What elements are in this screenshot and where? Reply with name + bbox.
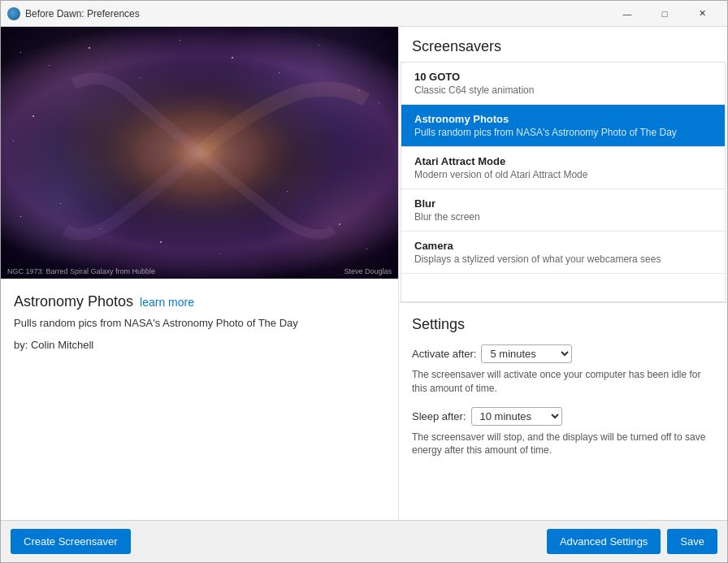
screensaver-author: by: Colin Mitchell [14,339,385,351]
screensavers-title: Screensavers [399,27,727,62]
screensaver-list-wrapper[interactable]: 10 GOTOClassic C64 style animationAstron… [401,62,726,302]
activate-hint: The screensaver will activate once your … [412,368,714,396]
maximize-button[interactable]: □ [646,2,683,26]
stars-layer [1,27,398,279]
sleep-row: Sleep after: 5 minutes10 minutes15 minut… [412,407,714,426]
sleep-label: Sleep after: [412,410,466,422]
footer: Create Screensaver Advanced Settings Sav… [1,520,727,562]
save-button[interactable]: Save [667,529,717,554]
footer-left: Create Screensaver [11,529,131,554]
app-icon [7,7,20,20]
activate-row: Activate after: 1 minute2 minutes5 minut… [412,344,714,363]
screensaver-list-item[interactable]: Astronomy PhotosPulls random pics from N… [401,105,725,147]
minimize-button[interactable]: — [609,2,646,26]
window-controls: — □ ✕ [609,2,721,26]
svg-point-0 [54,47,346,258]
main-window: Before Dawn: Preferences — □ ✕ [0,0,728,563]
activate-label: Activate after: [412,348,476,360]
screensaver-display-name: Astronomy Photos [14,293,133,310]
close-button[interactable]: ✕ [683,2,721,26]
settings-section: Settings Activate after: 1 minute2 minut… [399,303,727,520]
screensaver-title-row: Astronomy Photos learn more [14,293,385,310]
learn-more-link[interactable]: learn more [140,296,194,309]
galaxy-preview [1,27,398,279]
advanced-settings-button[interactable]: Advanced Settings [547,529,661,554]
svg-point-1 [151,116,249,189]
preview-caption-left: NGC 1973: Barred Spiral Galaxy from Hubb… [7,267,155,275]
preview-area: NGC 1973: Barred Spiral Galaxy from Hubb… [1,27,398,279]
sleep-select[interactable]: 5 minutes10 minutes15 minutes30 minutesN… [471,407,562,426]
window-title: Before Dawn: Preferences [25,8,609,19]
screensaver-list-item[interactable]: Atari Attract ModeModern version of old … [401,147,725,189]
screensaver-display-desc: Pulls random pics from NASA's Astronomy … [14,317,385,329]
sleep-hint: The screensaver will stop, and the displ… [412,431,714,458]
info-area: Astronomy Photos learn more Pulls random… [1,279,398,520]
title-bar: Before Dawn: Preferences — □ ✕ [1,1,727,27]
screensaver-list: 10 GOTOClassic C64 style animationAstron… [401,63,725,274]
activate-select[interactable]: 1 minute2 minutes5 minutes10 minutes15 m… [481,344,572,363]
screensaver-list-item[interactable]: BlurBlur the screen [401,189,725,232]
screensaver-list-item[interactable]: 10 GOTOClassic C64 style animation [401,63,725,105]
settings-title: Settings [412,316,714,333]
left-panel: NGC 1973: Barred Spiral Galaxy from Hubb… [1,27,399,520]
footer-right: Advanced Settings Save [547,529,717,554]
screensavers-section: Screensavers 10 GOTOClassic C64 style an… [399,27,727,303]
preview-caption-right: Steve Douglas [344,267,392,275]
screensaver-list-item[interactable]: CameraDisplays a stylized version of wha… [401,232,725,274]
main-content: NGC 1973: Barred Spiral Galaxy from Hubb… [1,27,727,520]
create-screensaver-button[interactable]: Create Screensaver [11,529,131,554]
right-panel: Screensavers 10 GOTOClassic C64 style an… [399,27,727,520]
